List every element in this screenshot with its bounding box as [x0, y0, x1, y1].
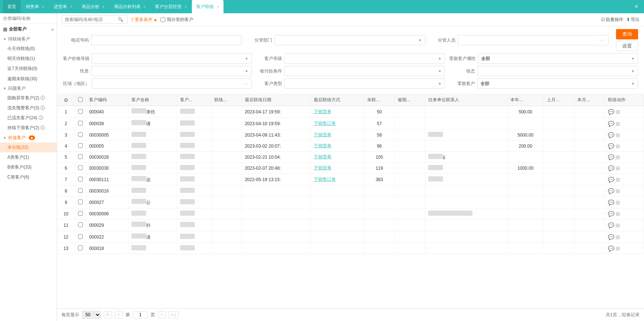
- row-checkbox-cell[interactable]: [75, 118, 86, 130]
- sidebar-item-tomorrow[interactable]: 明天待联络(1): [0, 54, 57, 64]
- retail-attr-input[interactable]: 全部 ▼: [478, 53, 638, 64]
- row-checkbox[interactable]: [78, 234, 83, 239]
- analysis-tab-close[interactable]: ×: [102, 5, 105, 9]
- row-last-method[interactable]: [311, 197, 364, 208]
- problem-customers-group[interactable]: ▼ 问题客户: [0, 84, 57, 93]
- col-select-all[interactable]: [75, 94, 86, 106]
- row-last-method[interactable]: [311, 186, 364, 197]
- grid-action-icon[interactable]: ⊞: [616, 222, 620, 228]
- row-last-method[interactable]: 下销售订单: [311, 118, 364, 130]
- export-btn[interactable]: ⬇ 导出: [626, 17, 640, 23]
- grid-action-icon[interactable]: ⊞: [616, 154, 620, 160]
- chat-icon[interactable]: 💬: [608, 246, 614, 251]
- sidebar-item-churned[interactable]: 已流失客户(24) ⓘ: [0, 113, 57, 123]
- row-checkbox-cell[interactable]: [75, 243, 86, 254]
- payment-input[interactable]: ▼: [284, 66, 445, 76]
- row-checkbox-cell[interactable]: [75, 197, 86, 208]
- grid-action-icon[interactable]: ⊞: [616, 188, 620, 194]
- price-level-input[interactable]: ▼: [92, 53, 252, 64]
- nav-tab-customer-tier[interactable]: 客户分层经营 ×: [151, 0, 191, 13]
- grid-action-icon[interactable]: ⊞: [616, 234, 620, 240]
- grid-action-icon[interactable]: ⊞: [616, 121, 620, 127]
- grid-action-icon[interactable]: ⊞: [616, 109, 620, 115]
- batch-ops-btn[interactable]: ☑ 批量操作: [601, 17, 623, 23]
- pending-contact-group[interactable]: ▼ 待联络客户: [0, 35, 57, 44]
- staff-input[interactable]: ···: [458, 35, 609, 45]
- grid-action-icon[interactable]: ⊞: [616, 143, 620, 149]
- sidebar-search-input[interactable]: [3, 16, 57, 21]
- row-last-method[interactable]: [311, 231, 364, 243]
- chat-icon[interactable]: 💬: [608, 211, 614, 217]
- row-checkbox[interactable]: [78, 109, 83, 114]
- customer-level-input[interactable]: ▼: [284, 53, 445, 64]
- page-number-input[interactable]: [133, 311, 148, 318]
- purchase-tab-close[interactable]: ×: [70, 5, 72, 9]
- page-size-select[interactable]: 50 20 100: [82, 311, 101, 319]
- chat-icon[interactable]: 💬: [608, 177, 614, 183]
- contact-method-link[interactable]: 下销货单: [314, 109, 331, 114]
- sales-tab-close[interactable]: ×: [42, 5, 44, 9]
- grid-action-icon[interactable]: ⊞: [616, 246, 620, 251]
- nav-tab-analysis[interactable]: 商品分析 ×: [77, 0, 109, 13]
- row-checkbox-cell[interactable]: [75, 106, 86, 118]
- row-checkbox[interactable]: [78, 211, 83, 216]
- grid-action-icon[interactable]: ⊞: [616, 200, 620, 205]
- filter-search-input[interactable]: [65, 17, 116, 22]
- sidebar-item-tier-a[interactable]: A类客户(1): [0, 152, 57, 162]
- retail-customer-input[interactable]: 全部 ▼: [477, 78, 638, 89]
- row-checkbox[interactable]: [78, 143, 83, 148]
- row-checkbox-cell[interactable]: [75, 186, 86, 197]
- first-page-btn[interactable]: K: [104, 311, 112, 318]
- row-checkbox[interactable]: [78, 154, 83, 159]
- contact-method-link[interactable]: 下销售订单: [314, 177, 336, 182]
- nav-tab-sales[interactable]: 销售单 ×: [21, 0, 49, 13]
- row-checkbox-cell[interactable]: [75, 174, 86, 186]
- nature-input[interactable]: ▼: [91, 66, 252, 76]
- row-checkbox-cell[interactable]: [75, 219, 86, 231]
- customer-contact-tab-close[interactable]: ×: [217, 5, 219, 9]
- row-last-method[interactable]: [311, 208, 364, 219]
- sidebar-item-today[interactable]: 今天待联络(0): [0, 44, 57, 54]
- row-checkbox[interactable]: [78, 200, 83, 204]
- analysis-list-tab-close[interactable]: ×: [144, 5, 146, 9]
- contact-method-link[interactable]: 下销货单: [314, 132, 331, 137]
- row-checkbox[interactable]: [78, 121, 83, 126]
- chat-icon[interactable]: 💬: [608, 109, 614, 115]
- nav-tab-home[interactable]: 首页: [3, 0, 21, 13]
- nav-tab-analysis-list[interactable]: 商品分析列表 ×: [110, 0, 150, 13]
- contact-method-link[interactable]: 下销售订单: [314, 121, 336, 126]
- contact-method-link[interactable]: 下销货单: [314, 143, 331, 148]
- grid-action-icon[interactable]: ⊞: [616, 211, 620, 217]
- sidebar-item-tier-c[interactable]: C类客户(6): [0, 172, 57, 182]
- chat-icon[interactable]: 💬: [608, 188, 614, 194]
- row-checkbox-cell[interactable]: [75, 208, 86, 219]
- row-checkbox-cell[interactable]: [75, 163, 86, 174]
- row-last-method[interactable]: 下销货单: [311, 130, 364, 141]
- nav-tab-customer-contact[interactable]: 客户联络 ×: [192, 0, 224, 13]
- chat-icon[interactable]: 💬: [608, 234, 614, 240]
- region-input[interactable]: ···: [92, 78, 252, 89]
- sidebar-item-unclassified[interactable]: 末分组(32): [0, 142, 57, 152]
- grid-action-icon[interactable]: ⊞: [616, 132, 620, 138]
- filter-search-box[interactable]: 🔍: [61, 15, 128, 24]
- dept-input[interactable]: ▼: [274, 35, 425, 45]
- prev-page-btn[interactable]: <: [115, 311, 123, 318]
- nav-tab-purchase[interactable]: 进货单 ×: [49, 0, 77, 13]
- sidebar-item-abnormal[interactable]: 固购异常客户(2) ⓘ: [0, 93, 57, 103]
- customer-tier-tab-close[interactable]: ×: [184, 5, 187, 9]
- last-page-btn[interactable]: ⊳|: [169, 311, 179, 318]
- contact-method-link[interactable]: 下销货单: [314, 165, 331, 170]
- sidebar-item-declining[interactable]: 持续下滑客户(2) ⓘ: [0, 123, 57, 133]
- sidebar-item-tier-b[interactable]: B类客户(33): [0, 162, 57, 172]
- window-close-button[interactable]: ×: [632, 3, 641, 10]
- chat-icon[interactable]: 💬: [608, 121, 614, 127]
- my-customers-checkbox[interactable]: [161, 17, 165, 22]
- row-checkbox[interactable]: [78, 246, 83, 250]
- sidebar-collapse-btn[interactable]: «: [51, 27, 54, 32]
- sidebar-search-box[interactable]: 🔍: [0, 13, 57, 24]
- row-checkbox[interactable]: [78, 177, 83, 181]
- row-checkbox[interactable]: [78, 188, 83, 193]
- chat-icon[interactable]: 💬: [608, 143, 614, 149]
- chat-icon[interactable]: 💬: [608, 165, 614, 171]
- row-last-method[interactable]: 下销货单: [311, 106, 364, 118]
